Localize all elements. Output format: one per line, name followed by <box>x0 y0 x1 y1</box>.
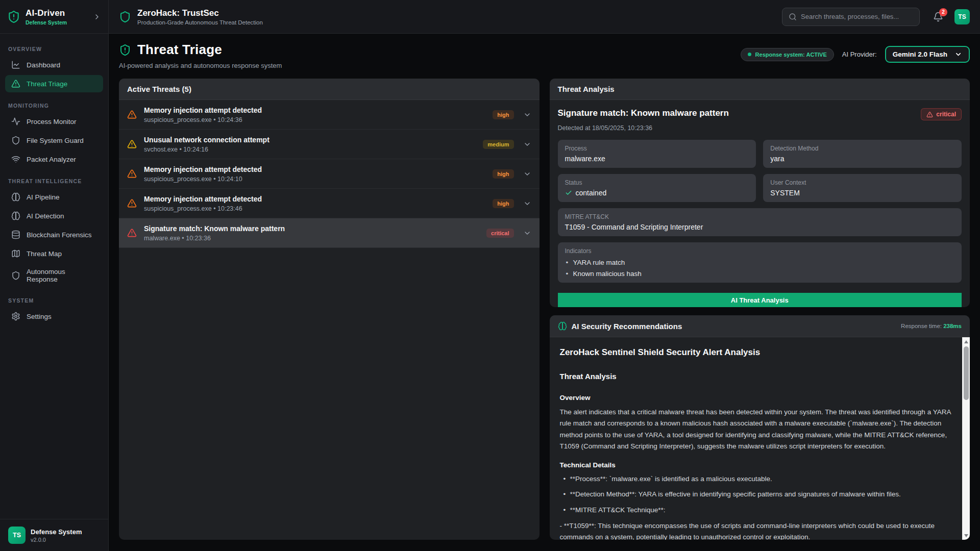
ai-recommendations-header: AI Security Recommendations Response tim… <box>550 315 970 337</box>
ai-provider-select[interactable]: Gemini 2.0 Flash <box>885 46 970 63</box>
alert-triangle-icon <box>127 139 137 149</box>
sidebar-item-label: AI Pipeline <box>27 193 60 201</box>
severity-badge: critical <box>486 229 513 238</box>
sidebar-item-label: File System Guard <box>27 137 84 144</box>
threat-row[interactable]: Memory injection attempt detected suspic… <box>119 189 540 218</box>
scrollbar[interactable] <box>962 337 970 540</box>
threat-row-selected[interactable]: Signature match: Known malware pattern m… <box>119 218 540 248</box>
chevron-down-icon[interactable] <box>523 111 531 119</box>
page-controls: Response system: ACTIVE AI Provider: Gem… <box>741 46 970 63</box>
md-list-item: **MITRE ATT&CK Technique**: <box>560 505 952 515</box>
sidebar-item-label: Packet Analyzer <box>27 156 76 163</box>
notification-count-badge: 2 <box>939 8 947 16</box>
page-subtitle: AI-powered analysis and autonomous respo… <box>119 62 282 69</box>
main-area: ZeroHack: TrustSec Production-Grade Auto… <box>109 0 980 551</box>
check-icon <box>565 189 572 196</box>
sidebar-item-label: Blockchain Forensics <box>27 231 92 239</box>
alert-triangle-icon <box>127 110 137 119</box>
brain-icon <box>558 321 567 331</box>
md-list-item: **Process**: `malware.exe` is identified… <box>560 474 952 484</box>
field-label: Process <box>565 145 749 152</box>
field-card-status: Status contained <box>558 174 756 202</box>
nav-section-overview: OVERVIEW <box>8 46 100 52</box>
sidebar-item-file-system-guard[interactable]: File System Guard <box>5 132 103 149</box>
shield-icon <box>11 271 20 280</box>
sidebar-item-label: AI Detection <box>27 212 64 220</box>
sidebar-item-ai-detection[interactable]: AI Detection <box>5 207 103 224</box>
sidebar-item-threat-triage[interactable]: Threat Triage <box>5 75 103 92</box>
sidebar-item-autonomous-response[interactable]: Autonomous Response <box>5 264 103 287</box>
field-card-user-context: User Context SYSTEM <box>763 174 962 202</box>
topbar-brand: ZeroHack: TrustSec Production-Grade Auto… <box>137 8 263 26</box>
threat-title: Unusual network connection attempt <box>144 136 476 144</box>
field-label: Detection Method <box>770 145 954 152</box>
md-paragraph: The alert indicates that a critical malw… <box>560 407 952 452</box>
chevron-down-icon[interactable] <box>523 140 531 148</box>
ai-recommendations-text: ZeroHack Sentinel Shield Security Alert … <box>550 337 970 540</box>
sidebar-subtitle: Defense System <box>26 19 88 26</box>
md-heading: Technical Details <box>560 461 952 469</box>
app-root: AI-Driven Defense System OVERVIEW Dashbo… <box>0 0 980 551</box>
app-subtitle: Production-Grade Autonomous Threat Detec… <box>137 19 263 26</box>
md-paragraph: - **T1059**: This technique encompasses … <box>560 520 952 540</box>
shield-icon <box>119 11 131 23</box>
sidebar-footer: TS Defense System v2.0.0 <box>0 519 108 551</box>
sidebar-brand: AI-Driven Defense System <box>26 8 88 26</box>
page-content: Threat Triage AI-powered analysis and au… <box>109 34 980 551</box>
severity-badge: high <box>493 169 513 179</box>
brain-icon <box>11 211 20 220</box>
chevron-right-icon[interactable] <box>93 13 101 21</box>
sidebar-title: AI-Driven <box>26 8 88 18</box>
scrollbar-thumb[interactable] <box>964 346 969 400</box>
footer-version: v2.0.0 <box>31 537 82 543</box>
notifications-button[interactable]: 2 <box>933 12 943 22</box>
threat-meta: suspicious_process.exe • 10:24:10 <box>144 176 485 183</box>
chevron-down-icon[interactable] <box>523 170 531 178</box>
search-input[interactable] <box>801 13 913 20</box>
threat-meta: svchost.exe • 10:24:16 <box>144 146 476 153</box>
sidebar-item-packet-analyzer[interactable]: Packet Analyzer <box>5 151 103 168</box>
shield-alert-icon <box>7 10 20 23</box>
alert-triangle-icon <box>11 79 20 88</box>
field-label: User Context <box>770 179 954 186</box>
page-header: Threat Triage AI-powered analysis and au… <box>119 42 970 69</box>
line-chart-icon <box>11 60 20 69</box>
sidebar-item-label: Autonomous Response <box>27 268 97 283</box>
sidebar-item-settings[interactable]: Settings <box>5 308 103 325</box>
severity-badge: high <box>493 110 513 119</box>
analysis-title: Signature match: Known malware pattern <box>558 108 729 118</box>
sidebar-item-threat-map[interactable]: Threat Map <box>5 245 103 262</box>
status-badge-label: Response system: ACTIVE <box>755 52 827 58</box>
sidebar-item-label: Threat Triage <box>27 80 67 88</box>
threat-title: Memory injection attempt detected <box>144 195 485 203</box>
mitre-value: T1059 - Command and Scripting Interprete… <box>565 223 955 231</box>
shield-icon <box>11 136 20 145</box>
scroll-down-arrow-icon[interactable] <box>962 532 970 539</box>
threat-row[interactable]: Unusual network connection attempt svcho… <box>119 130 540 159</box>
chevron-down-icon[interactable] <box>523 199 531 208</box>
alert-triangle-icon <box>127 198 137 208</box>
threat-row[interactable]: Memory injection attempt detected suspic… <box>119 100 540 130</box>
threat-row[interactable]: Memory injection attempt detected suspic… <box>119 159 540 189</box>
activity-icon <box>11 117 20 126</box>
sidebar-item-blockchain-forensics[interactable]: Blockchain Forensics <box>5 226 103 243</box>
sidebar-item-process-monitor[interactable]: Process Monitor <box>5 113 103 130</box>
gear-icon <box>11 312 20 321</box>
response-time-value: 238ms <box>943 323 962 329</box>
sidebar-item-label: Settings <box>27 313 52 320</box>
threat-analysis-header: Threat Analysis <box>550 79 970 100</box>
scroll-up-arrow-icon[interactable] <box>962 338 970 345</box>
nav-section-monitoring: MONITORING <box>8 103 100 109</box>
chevron-down-icon[interactable] <box>523 229 531 237</box>
user-avatar[interactable]: TS <box>954 9 970 24</box>
field-card-process: Process malware.exe <box>558 140 756 168</box>
sidebar-item-dashboard[interactable]: Dashboard <box>5 56 103 73</box>
alert-triangle-icon <box>926 111 933 118</box>
threat-title: Memory injection attempt detected <box>144 165 485 173</box>
chevron-down-icon <box>954 51 962 58</box>
sidebar-item-ai-pipeline[interactable]: AI Pipeline <box>5 188 103 206</box>
ai-threat-analysis-button[interactable]: AI Threat Analysis <box>558 293 962 307</box>
shield-alert-icon <box>119 44 131 56</box>
field-card-detection-method: Detection Method yara <box>763 140 962 168</box>
alert-triangle-icon <box>127 228 137 238</box>
